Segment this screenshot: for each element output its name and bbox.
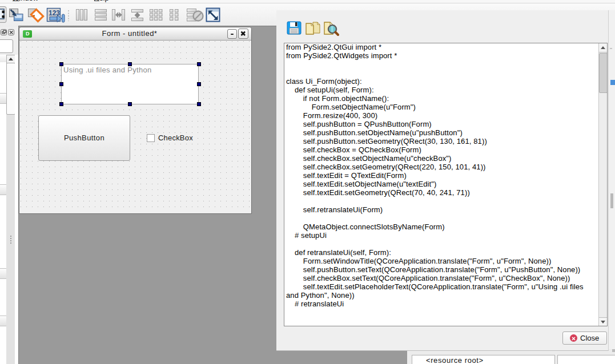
svg-text:123: 123 — [49, 9, 60, 17]
